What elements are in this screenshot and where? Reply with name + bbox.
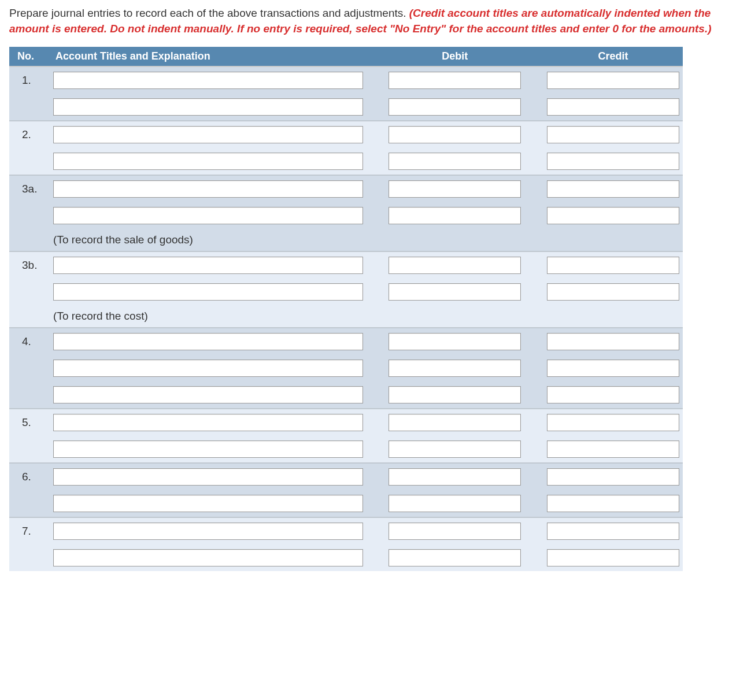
- debit-cell: [385, 121, 524, 148]
- debit-input[interactable]: [388, 153, 521, 170]
- credit-input[interactable]: [547, 283, 679, 301]
- entry-line: 7.: [9, 518, 683, 545]
- credit-input[interactable]: [547, 523, 679, 540]
- credit-input[interactable]: [547, 72, 679, 89]
- account-title-input[interactable]: [53, 468, 362, 486]
- entry-line: [9, 94, 683, 120]
- line-number-cell: [9, 202, 50, 229]
- debit-input[interactable]: [388, 468, 521, 486]
- debit-input[interactable]: [388, 180, 521, 198]
- debit-cell: [385, 148, 524, 175]
- spacer-cell: [524, 176, 543, 202]
- debit-input[interactable]: [388, 98, 521, 116]
- account-title-input[interactable]: [53, 333, 362, 350]
- spacer-cell: [524, 355, 543, 382]
- account-title-input[interactable]: [53, 180, 362, 198]
- credit-cell: [543, 176, 683, 202]
- account-title-input[interactable]: [53, 440, 362, 458]
- line-number-cell: [9, 229, 50, 251]
- debit-input[interactable]: [388, 257, 521, 274]
- account-title-input[interactable]: [53, 207, 362, 224]
- credit-input[interactable]: [547, 126, 679, 143]
- credit-cell: [543, 252, 683, 279]
- credit-input[interactable]: [547, 549, 679, 566]
- credit-input[interactable]: [547, 386, 679, 403]
- entry-line: [9, 382, 683, 408]
- line-number-cell: 7.: [9, 518, 50, 545]
- account-title-input[interactable]: [53, 283, 362, 301]
- account-title-input[interactable]: [53, 414, 362, 431]
- account-title-input[interactable]: [53, 360, 362, 377]
- credit-input[interactable]: [547, 153, 679, 170]
- credit-input[interactable]: [547, 207, 679, 224]
- account-cell: [50, 382, 366, 408]
- credit-input[interactable]: [547, 360, 679, 377]
- debit-input[interactable]: [388, 360, 521, 377]
- credit-input[interactable]: [547, 468, 679, 486]
- line-number-cell: 3a.: [9, 176, 50, 202]
- debit-input[interactable]: [388, 414, 521, 431]
- account-cell: [50, 94, 366, 120]
- explanation-row: (To record the sale of goods): [9, 229, 683, 251]
- entry-line: [9, 279, 683, 305]
- account-title-input[interactable]: [53, 257, 362, 274]
- debit-input[interactable]: [388, 440, 521, 458]
- credit-input[interactable]: [547, 333, 679, 350]
- line-number-cell: [9, 355, 50, 382]
- line-number-cell: 2.: [9, 121, 50, 148]
- debit-input[interactable]: [388, 523, 521, 540]
- header-credit: Credit: [543, 47, 683, 66]
- account-title-input[interactable]: [53, 72, 362, 89]
- debit-cell: [385, 382, 524, 408]
- explanation-text: (To record the sale of goods): [50, 229, 366, 251]
- line-number-cell: 6.: [9, 464, 50, 490]
- account-cell: [50, 436, 366, 462]
- account-title-input[interactable]: [53, 495, 362, 512]
- line-number-cell: [9, 490, 50, 517]
- credit-input[interactable]: [547, 495, 679, 512]
- debit-input[interactable]: [388, 386, 521, 403]
- entry-line: [9, 490, 683, 517]
- debit-input[interactable]: [388, 549, 521, 566]
- entry-line: [9, 355, 683, 382]
- credit-cell: [543, 518, 683, 545]
- line-number-cell: [9, 436, 50, 462]
- spacer-cell: [367, 382, 386, 408]
- debit-input[interactable]: [388, 333, 521, 350]
- account-title-input[interactable]: [53, 126, 362, 143]
- debit-cell: [385, 436, 524, 462]
- debit-cell: [385, 409, 524, 436]
- debit-cell: [385, 66, 524, 94]
- account-title-input[interactable]: [53, 98, 362, 116]
- credit-input[interactable]: [547, 180, 679, 198]
- spacer-cell: [524, 436, 543, 462]
- debit-input[interactable]: [388, 495, 521, 512]
- spacer-cell: [367, 252, 386, 279]
- credit-input[interactable]: [547, 414, 679, 431]
- table-header-row: No. Account Titles and Explanation Debit…: [9, 47, 683, 66]
- debit-cell: [385, 518, 524, 545]
- account-title-input[interactable]: [53, 523, 362, 540]
- spacer-cell: [524, 94, 543, 120]
- credit-cell: [543, 94, 683, 120]
- account-title-input[interactable]: [53, 153, 362, 170]
- header-no: No.: [9, 47, 50, 66]
- credit-input[interactable]: [547, 257, 679, 274]
- spacer-cell: [367, 279, 386, 305]
- debit-input[interactable]: [388, 207, 521, 224]
- line-number-cell: 4.: [9, 328, 50, 355]
- account-title-input[interactable]: [53, 386, 362, 403]
- entry-line: [9, 545, 683, 571]
- debit-input[interactable]: [388, 283, 521, 301]
- spacer-cell: [524, 490, 543, 517]
- account-title-input[interactable]: [53, 549, 362, 566]
- credit-input[interactable]: [547, 98, 679, 116]
- line-number-cell: [9, 148, 50, 175]
- debit-input[interactable]: [388, 126, 521, 143]
- spacer-cell: [543, 305, 683, 327]
- credit-cell: [543, 464, 683, 490]
- debit-input[interactable]: [388, 72, 521, 89]
- debit-cell: [385, 328, 524, 355]
- line-number-cell: [9, 305, 50, 327]
- credit-input[interactable]: [547, 440, 679, 458]
